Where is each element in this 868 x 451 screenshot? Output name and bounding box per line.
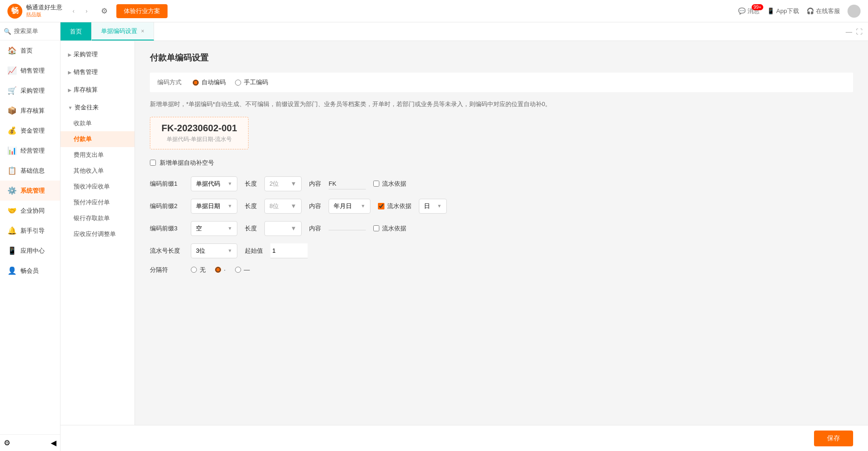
sub-menu-item-prepay-offset[interactable]: 预收冲应收单 — [61, 179, 135, 195]
separator-dot-radio[interactable] — [215, 267, 221, 273]
page-title: 付款单编码设置 — [150, 52, 853, 63]
separator-none-option[interactable]: 无 — [191, 266, 206, 274]
collapse-icon[interactable]: ◀ — [51, 438, 56, 447]
nav-forward-icon[interactable]: › — [81, 6, 92, 17]
length3-select[interactable]: ▼ — [264, 221, 302, 236]
sub-menu-item-bank[interactable]: 银行存取款单 — [61, 210, 135, 226]
auto-encode-radio[interactable] — [193, 80, 199, 86]
manual-encode-option[interactable]: 手工编码 — [235, 78, 268, 87]
content2-label: 内容 — [309, 202, 321, 210]
serial-length-arrow-icon: ▼ — [228, 248, 232, 253]
logo-text: 畅通道好生意 括品版 — [26, 4, 62, 18]
sidebar-item-enterprise[interactable]: 🤝 企业协同 — [0, 201, 60, 221]
sidebar-item-home[interactable]: 🏠 首页 — [0, 40, 60, 61]
operations-icon: 📊 — [7, 146, 17, 155]
nav-back-icon[interactable]: ‹ — [68, 6, 79, 17]
nav-arrows: ‹ › — [68, 6, 92, 17]
prefix3-arrow-icon: ▼ — [228, 226, 232, 231]
sidebar-item-member[interactable]: 👤 畅会员 — [0, 261, 60, 281]
length1-select[interactable]: 2位 ▼ — [264, 176, 302, 191]
tab-home[interactable]: 首页 — [61, 22, 92, 40]
serial-length-select[interactable]: 3位 ▼ — [191, 243, 237, 258]
sidebar-item-inventory[interactable]: 📦 库存核算 — [0, 101, 60, 121]
sub-menu-item-adjust[interactable]: 应收应付调整单 — [61, 226, 135, 242]
stream-check-2-input[interactable] — [378, 203, 384, 209]
serial-start-input[interactable] — [270, 243, 308, 258]
separator-label: 分隔符 — [150, 266, 183, 274]
enterprise-icon: 🤝 — [7, 206, 17, 215]
serial-length-label: 流水号长度 — [150, 247, 183, 255]
sub-menu-purchase[interactable]: ▶ 采购管理 — [61, 47, 135, 62]
config-row-1: 编码前缀1 单据代码 ▼ 长度 2位 ▼ 内容 FK 流水依据 — [150, 176, 853, 191]
sidebar-search[interactable]: 🔍 搜索菜单 — [0, 22, 60, 40]
description-text: 新增单据时，*单据编码*自动生成、不可编辑，前缀设置为部门、业务员等档案类，开单… — [150, 100, 853, 109]
sub-menu-finance[interactable]: ▼ 资金往来 — [61, 100, 135, 115]
stream-period-select[interactable]: 日 ▼ — [419, 199, 447, 214]
message-badge: 99+ — [752, 4, 763, 10]
page-content: ▶ 采购管理 ▶ 销售管理 ▶ 库存核算 — [61, 41, 868, 425]
tab-minimize-icon[interactable]: — — [846, 28, 852, 35]
settings-bottom-icon[interactable]: ⚙ — [4, 438, 10, 447]
sub-menu-item-other-income[interactable]: 其他收入单 — [61, 163, 135, 179]
stream-check-2: 流水依据 — [378, 202, 411, 210]
sub-menu-item-expense[interactable]: 费用支出单 — [61, 147, 135, 163]
sidebar-item-guide[interactable]: 🔔 新手引导 — [0, 221, 60, 241]
tab-settings[interactable]: 单据编码设置 × — [92, 22, 154, 40]
tab-close-icon[interactable]: × — [141, 28, 144, 34]
sub-menu-inventory[interactable]: ▶ 库存核算 — [61, 82, 135, 98]
content1-value: FK — [329, 178, 366, 189]
arrow-icon-purchase: ▶ — [68, 52, 72, 57]
content2-select[interactable]: 年月日 ▼ — [329, 199, 370, 214]
sidebar-nav: 🏠 首页 📈 销售管理 🛒 采购管理 📦 库存核算 💰 资金管理 📊 经 — [0, 40, 60, 434]
content2-arrow-icon: ▼ — [361, 203, 365, 209]
auto-encode-option[interactable]: 自动编码 — [193, 78, 226, 87]
length3-label: 长度 — [245, 224, 257, 233]
sub-menu-group-finance: ▼ 资金往来 收款单 付款单 费用支出单 其他收入单 预收冲应收单 预付冲应付单… — [61, 100, 135, 242]
bottom-bar: 保存 — [61, 425, 868, 451]
top-bar: 畅 畅通道好生意 括品版 ‹ › ⚙ 体验行业方案 💬 消息 99+ 📱 App… — [0, 0, 868, 22]
sidebar-item-sales[interactable]: 📈 销售管理 — [0, 61, 60, 81]
prefix1-select[interactable]: 单据代码 ▼ — [191, 176, 237, 191]
auto-fill-checkbox[interactable] — [150, 160, 156, 166]
sidebar-item-system[interactable]: ⚙️ 系统管理 — [0, 181, 60, 201]
sidebar-item-operations[interactable]: 📊 经营管理 — [0, 141, 60, 161]
separator-dash-option[interactable]: — — [235, 266, 250, 273]
sub-menu-sales[interactable]: ▶ 销售管理 — [61, 64, 135, 80]
user-avatar[interactable] — [848, 5, 861, 18]
sub-menu-group-sales: ▶ 销售管理 — [61, 64, 135, 80]
sub-menu-item-receipt[interactable]: 收款单 — [61, 115, 135, 131]
basic-icon: 📋 — [7, 166, 17, 175]
stream-check-3-input[interactable] — [373, 225, 379, 231]
sub-menu-item-payment[interactable]: 付款单 — [61, 131, 135, 147]
stream-check-1-input[interactable] — [373, 181, 379, 187]
sub-menu-item-prepaid-offset[interactable]: 预付冲应付单 — [61, 195, 135, 210]
separator-dot-option[interactable]: · — [215, 266, 226, 273]
message-item[interactable]: 💬 消息 99+ — [738, 7, 760, 15]
sidebar-item-finance[interactable]: 💰 资金管理 — [0, 121, 60, 141]
app-download-item[interactable]: 📱 App下载 — [767, 7, 799, 15]
prefix2-arrow-icon: ▼ — [228, 203, 232, 209]
prefix3-select[interactable]: 空 ▼ — [191, 221, 237, 236]
settings-icon[interactable]: ⚙ — [98, 5, 111, 18]
sidebar-item-apps[interactable]: 📱 应用中心 — [0, 241, 60, 261]
sidebar-item-basic[interactable]: 📋 基础信息 — [0, 161, 60, 181]
content1-label: 内容 — [309, 180, 321, 188]
separator-radio-group: 无 · — — [191, 266, 250, 274]
tab-expand-icon[interactable]: ⛶ — [856, 28, 862, 35]
headset-icon: 🎧 — [807, 7, 814, 14]
online-service-item[interactable]: 🎧 在线客服 — [807, 7, 840, 15]
length2-select[interactable]: 8位 ▼ — [264, 199, 302, 214]
sub-menu: ▶ 采购管理 ▶ 销售管理 ▶ 库存核算 — [61, 41, 135, 425]
content3-value — [329, 226, 366, 230]
message-icon: 💬 — [738, 7, 746, 14]
preview-code: FK-20230602-001 — [161, 123, 237, 134]
app-icon: 📱 — [767, 7, 774, 14]
manual-encode-radio[interactable] — [235, 80, 241, 86]
trial-button[interactable]: 体验行业方案 — [116, 4, 168, 18]
prefix2-select[interactable]: 单据日期 ▼ — [191, 199, 237, 214]
separator-dash-radio[interactable] — [235, 267, 241, 273]
sidebar-item-purchase[interactable]: 🛒 采购管理 — [0, 81, 60, 101]
save-button[interactable]: 保存 — [814, 431, 853, 446]
prefix3-label: 编码前缀3 — [150, 224, 183, 233]
separator-none-radio[interactable] — [191, 267, 197, 273]
